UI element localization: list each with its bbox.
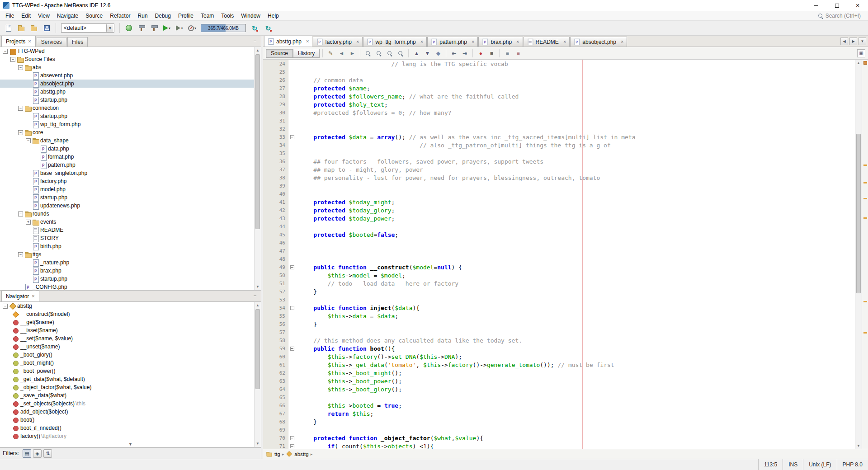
- collapse-icon[interactable]: −: [10, 57, 15, 62]
- show-inherited-filter[interactable]: ▤: [23, 449, 31, 458]
- editor-tab-pattern-php[interactable]: pattern.php×: [427, 37, 478, 47]
- tree-item-data-php[interactable]: data.php: [0, 145, 261, 153]
- collapse-icon[interactable]: −: [18, 130, 23, 135]
- open-project-icon[interactable]: [28, 22, 40, 34]
- scroll-down-icon[interactable]: ▼: [255, 440, 261, 447]
- run-gc-icon[interactable]: ↻: [249, 22, 260, 34]
- tree-item-ttgs[interactable]: −ttgs: [0, 250, 261, 258]
- scroll-up-icon[interactable]: ▲: [255, 302, 261, 309]
- code-line-70[interactable]: 70 protected function _object_factor($wh…: [263, 434, 855, 442]
- breadcrumb-item-absttg[interactable]: absttg: [294, 451, 308, 457]
- editor-tab-absobject-php[interactable]: absobject.php×: [570, 37, 627, 47]
- code-line-48[interactable]: 48: [263, 255, 855, 263]
- close-icon[interactable]: ×: [563, 39, 566, 44]
- navigator-member-save-data-what[interactable]: _save_data($what): [0, 391, 261, 400]
- collapse-icon[interactable]: −: [18, 212, 23, 216]
- code-line-37[interactable]: 37 ## map to - might, glory, power: [263, 165, 855, 174]
- tree-item-rounds[interactable]: −rounds: [0, 210, 261, 218]
- code-line-32[interactable]: 32: [263, 125, 855, 133]
- tab-services[interactable]: Services: [37, 37, 66, 47]
- navigator-member-boot[interactable]: boot(): [0, 416, 261, 424]
- uncomment-lines-icon[interactable]: ≡: [513, 48, 523, 58]
- warning-mark[interactable]: [863, 217, 867, 219]
- menu-debug[interactable]: Debug: [151, 12, 175, 20]
- tree-item-format-php[interactable]: format.php: [0, 153, 261, 161]
- fold-collapse-icon[interactable]: [290, 436, 294, 440]
- scrollbar-thumb[interactable]: [255, 54, 260, 229]
- code-line-35[interactable]: 35: [263, 149, 855, 157]
- code-line-66[interactable]: 66 $this->booted = true;: [263, 401, 855, 409]
- comment-lines-icon[interactable]: ≡: [502, 48, 512, 58]
- code-line-36[interactable]: 36 ## four factors - followers, saved po…: [263, 157, 855, 165]
- code-line-46[interactable]: 46: [263, 239, 855, 247]
- editor-tab-absttg-php[interactable]: absttg.php×: [264, 36, 312, 47]
- warning-mark[interactable]: [863, 301, 867, 302]
- code-line-27[interactable]: 27 protected $name;: [263, 84, 855, 92]
- code-line-28[interactable]: 28 protected $followers_name; // what ar…: [263, 92, 855, 100]
- projects-scrollbar[interactable]: ▲▼: [254, 47, 261, 290]
- collapse-icon[interactable]: −: [18, 65, 23, 70]
- menu-profile[interactable]: Profile: [175, 12, 197, 20]
- split-editor-icon[interactable]: ▣: [857, 49, 865, 57]
- code-line-42[interactable]: 42 protected $today_glory;: [263, 206, 855, 214]
- navigator-member-get-name[interactable]: __get($name): [0, 318, 261, 326]
- warning-mark[interactable]: [863, 164, 867, 166]
- insert-mode[interactable]: INS: [783, 459, 803, 470]
- tree-item-pattern-php[interactable]: pattern.php: [0, 161, 261, 169]
- menu-run[interactable]: Run: [134, 12, 151, 20]
- show-fields-filter[interactable]: ◈: [33, 449, 42, 458]
- code-line-49[interactable]: 49 public function __construct($model=nu…: [263, 263, 855, 271]
- navigator-member-set-name-value[interactable]: __set($name, $value): [0, 334, 261, 343]
- collapse-icon[interactable]: −: [18, 106, 23, 111]
- chevron-down-icon[interactable]: ▼: [106, 24, 113, 32]
- menu-edit[interactable]: Edit: [18, 12, 34, 20]
- code-line-58[interactable]: 58 // this method does any calcualted da…: [263, 336, 855, 344]
- warning-mark[interactable]: [863, 198, 867, 199]
- warning-mark[interactable]: [863, 182, 867, 183]
- navigator-member-boot-might[interactable]: _boot_might(): [0, 359, 261, 367]
- sort-alphabetically-filter[interactable]: ⇅: [43, 449, 52, 458]
- close-icon[interactable]: ×: [32, 294, 34, 299]
- close-icon[interactable]: ×: [306, 39, 309, 44]
- run-project-icon[interactable]: ▾: [161, 22, 173, 34]
- code-line-57[interactable]: 57: [263, 328, 855, 336]
- tree-item-model-php[interactable]: model.php: [0, 185, 261, 193]
- tree-item-absevent-php[interactable]: absevent.php: [0, 71, 261, 80]
- tree-item-story[interactable]: STORY: [0, 234, 261, 242]
- code-line-61[interactable]: 61 $this->_get_data('tomato', $this->fac…: [263, 361, 855, 369]
- fold-collapse-icon[interactable]: [290, 135, 294, 139]
- close-icon[interactable]: ×: [420, 39, 423, 44]
- expand-icon[interactable]: +: [26, 220, 31, 225]
- code-line-31[interactable]: 31: [263, 117, 855, 125]
- tree-item-events[interactable]: +events: [0, 218, 261, 226]
- scroll-up-icon[interactable]: ▲: [255, 47, 261, 54]
- tree-item-startup-php[interactable]: startup.php: [0, 193, 261, 202]
- navigator-member-boot-if-nneded[interactable]: boot_if_nneded(): [0, 424, 261, 432]
- code-line-64[interactable]: 64 $this->_boot_glory();: [263, 385, 855, 393]
- tree-item-startup-php[interactable]: startup.php: [0, 112, 261, 120]
- navigator-member-construct-model[interactable]: __construct($model): [0, 310, 261, 318]
- scroll-tabs-left-icon[interactable]: ◀: [840, 38, 848, 45]
- code-line-69[interactable]: 69: [263, 426, 855, 434]
- menu-window[interactable]: Window: [237, 12, 264, 20]
- code-line-51[interactable]: 51 // todo - load data - here or factory: [263, 279, 855, 287]
- code-line-43[interactable]: 43 protected $today_power;: [263, 214, 855, 222]
- tree-item-startup-php[interactable]: startup.php: [0, 275, 261, 283]
- tree-item-wp-ttg-form-php[interactable]: wp_ttg_form.php: [0, 120, 261, 128]
- editor-tab-factory-php[interactable]: factory.php×: [313, 37, 363, 47]
- menu-help[interactable]: Help: [264, 12, 283, 20]
- code-line-60[interactable]: 60 $this->factory()->set_DNA($this->DNA)…: [263, 352, 855, 361]
- view-source-button[interactable]: Source: [266, 49, 293, 58]
- tree-item-data-shape[interactable]: −data_shape: [0, 136, 261, 145]
- maximize-icon[interactable]: [826, 0, 847, 11]
- navigator-member-set-objects-objects[interactable]: _set_objects($objects)\this: [0, 400, 261, 408]
- code-line-24[interactable]: 24 // lang is the TTG specific vocab: [263, 60, 855, 68]
- fold-collapse-icon[interactable]: [290, 306, 294, 310]
- find-selection-icon[interactable]: [363, 48, 373, 58]
- code-line-67[interactable]: 67 return $this;: [263, 409, 855, 418]
- menu-navigate[interactable]: Navigate: [53, 12, 82, 20]
- shift-right-icon[interactable]: ⇥: [460, 48, 470, 58]
- jump-back-icon[interactable]: ◄: [336, 48, 346, 58]
- code-line-63[interactable]: 63 $this->_boot_power();: [263, 377, 855, 385]
- code-line-71[interactable]: 71 if( count($this->objects) <1){: [263, 442, 855, 449]
